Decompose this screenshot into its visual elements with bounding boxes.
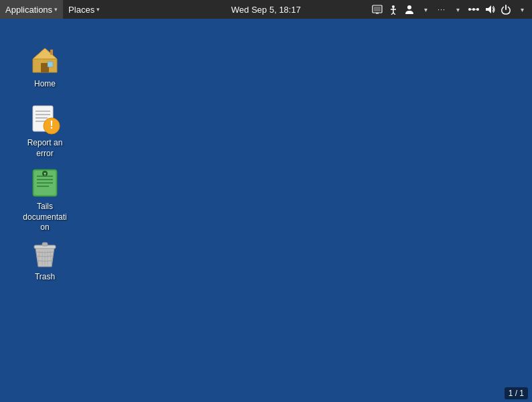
trash-desktop-icon[interactable]: Trash xyxy=(15,233,75,287)
svg-rect-2 xyxy=(376,13,379,14)
datetime-display: Wed Sep 5, 18:17 xyxy=(231,5,301,15)
svg-point-10 xyxy=(468,8,471,11)
places-menu[interactable]: Places ▾ xyxy=(63,0,105,19)
report-error-desktop-icon[interactable]: ! Report anerror xyxy=(15,99,75,163)
accessibility-icon[interactable] xyxy=(386,2,401,17)
home-icon-label: Home xyxy=(34,79,56,90)
report-error-icon-label: Report anerror xyxy=(27,138,63,159)
applications-menu[interactable]: Applications ▾ xyxy=(0,0,63,19)
extra-menu-arrow-icon[interactable]: ▾ xyxy=(450,2,465,17)
home-desktop-icon[interactable]: Home xyxy=(15,40,75,94)
error-icon: ! xyxy=(29,103,61,135)
applications-label: Applications xyxy=(5,5,52,15)
power-icon[interactable] xyxy=(498,2,513,17)
svg-point-3 xyxy=(392,5,395,8)
network-icon[interactable] xyxy=(466,2,481,17)
svg-point-11 xyxy=(476,8,479,11)
applications-arrow-icon: ▾ xyxy=(54,6,58,13)
workspace-indicator: 1 / 1 xyxy=(505,387,528,399)
home-icon xyxy=(29,44,61,76)
svg-marker-14 xyxy=(486,5,491,13)
tails-docs-icon: T xyxy=(29,167,61,199)
screenshot-icon[interactable] xyxy=(370,2,385,17)
trash-icon-label: Trash xyxy=(35,272,55,283)
places-label: Places xyxy=(68,5,94,15)
svg-text:!: ! xyxy=(50,119,53,131)
power-menu-arrow-icon[interactable]: ▾ xyxy=(515,2,529,17)
extra-menu-icon[interactable]: ··· xyxy=(434,2,449,17)
svg-rect-1 xyxy=(374,7,381,11)
top-panel: Applications ▾ Places ▾ Wed Sep 5, 18:17 xyxy=(0,0,532,19)
svg-rect-41 xyxy=(42,243,48,246)
svg-line-7 xyxy=(393,13,395,15)
tails-docs-desktop-icon[interactable]: T Tailsdocumentation xyxy=(15,163,75,237)
tails-docs-icon-label: Tailsdocumentation xyxy=(23,202,66,233)
volume-icon[interactable] xyxy=(482,2,497,17)
svg-point-8 xyxy=(407,5,411,9)
svg-line-6 xyxy=(391,13,393,15)
svg-rect-18 xyxy=(48,62,53,67)
user-icon[interactable] xyxy=(402,2,417,17)
desktop: Home ! Report anerror xyxy=(0,19,532,402)
user-menu-arrow-icon[interactable]: ▾ xyxy=(418,2,433,17)
svg-point-9 xyxy=(472,8,475,11)
trash-icon xyxy=(29,237,61,269)
svg-rect-19 xyxy=(50,50,53,55)
svg-text:T: T xyxy=(44,172,46,176)
places-arrow-icon: ▾ xyxy=(96,6,100,13)
svg-marker-16 xyxy=(33,48,57,59)
